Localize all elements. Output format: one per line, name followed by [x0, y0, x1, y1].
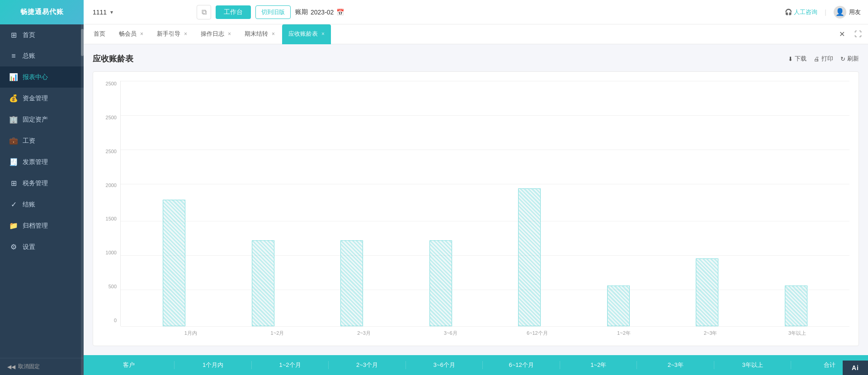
page-content: 应收账龄表 ⬇ 下载 🖨 打印 ↻ 刷新	[84, 44, 868, 355]
sidebar-label-reports: 报表中心	[23, 73, 48, 81]
sidebar-label-settings: 设置	[23, 243, 35, 251]
tab-ar-aging-close[interactable]: ×	[321, 31, 325, 37]
sidebar-item-settings[interactable]: ⚙ 设置	[0, 236, 84, 258]
sidebar-item-salary[interactable]: 💼 工资	[0, 130, 84, 151]
cancel-fixed[interactable]: ◀◀ 取消固定	[0, 358, 84, 375]
salary-icon: 💼	[9, 136, 18, 145]
period-label: 账期	[295, 8, 308, 16]
th-3-6month: 3~6个月	[406, 361, 483, 369]
ai-badge[interactable]: Ai	[843, 361, 868, 375]
page-header: 应收账龄表 ⬇ 下载 🖨 打印 ↻ 刷新	[93, 53, 859, 64]
tab-guide-close[interactable]: ×	[184, 31, 187, 37]
print-icon: 🖨	[814, 56, 820, 62]
tab-home-label: 首页	[94, 30, 105, 38]
print-label: 打印	[821, 55, 833, 63]
assets-icon: 🏢	[9, 115, 18, 124]
tab-oplog[interactable]: 操作日志 ×	[194, 24, 237, 44]
tab-period-end[interactable]: 期末结转 ×	[238, 24, 281, 44]
y-label-1000: 1000	[106, 250, 117, 255]
y-label-500: 500	[108, 284, 117, 289]
main-layout: ⊞ 首页 ≡ 总账 📊 报表中心 💰 资金管理 🏢 固定资产 💼 工资 🧾 发票…	[0, 24, 868, 375]
tab-member[interactable]: 畅会员 ×	[113, 24, 150, 44]
chart-area: 1月内 1~2月 2~3月 3~6月 6~12个月 1~2年 2~3年 3年以上	[120, 81, 849, 337]
content-area: 首页 畅会员 × 新手引导 × 操作日志 × 期末结转 × 应收账龄表 ×	[84, 24, 868, 375]
period-value: 2023-02	[311, 9, 334, 16]
copy-button[interactable]: ⧉	[197, 5, 211, 19]
user-area[interactable]: 👤 用友	[834, 6, 861, 19]
download-label: 下载	[795, 55, 807, 63]
sidebar-scrollbar[interactable]	[81, 24, 84, 375]
sidebar-label-home: 首页	[23, 31, 35, 39]
tax-icon: ⊞	[9, 179, 18, 188]
x-labels: 1月内 1~2月 2~3月 3~6月 6~12个月 1~2年 2~3年 3年以上	[120, 326, 849, 337]
refresh-label: 刷新	[847, 55, 859, 63]
company-selector: 1111 ▾	[93, 9, 192, 16]
tab-oplog-close[interactable]: ×	[228, 31, 231, 37]
bar-group-2	[252, 240, 274, 326]
bar-1-inner	[163, 200, 185, 326]
company-dropdown-btn[interactable]: ▾	[110, 9, 113, 15]
funds-icon: 💰	[9, 94, 18, 103]
sidebar-item-invoice[interactable]: 🧾 发票管理	[0, 151, 84, 173]
tab-guide-label: 新手引导	[157, 30, 180, 38]
tabs-maximize-btn[interactable]: ⛶	[852, 28, 864, 41]
refresh-icon: ↻	[840, 56, 845, 62]
download-button[interactable]: ⬇ 下载	[788, 55, 807, 63]
download-icon: ⬇	[788, 56, 793, 62]
chart-grid	[120, 81, 849, 326]
consult-link[interactable]: 🎧 人工咨询	[785, 8, 817, 16]
tab-period-end-close[interactable]: ×	[272, 31, 275, 37]
refresh-button[interactable]: ↻ 刷新	[840, 55, 859, 63]
x-label-7: 2~3年	[667, 330, 754, 337]
sidebar-item-ledger[interactable]: ≡ 总账	[0, 46, 84, 66]
bar-3-inner	[340, 240, 363, 326]
tab-oplog-label: 操作日志	[201, 30, 224, 38]
sidebar-item-checkout[interactable]: ✓ 结账	[0, 194, 84, 215]
bar-group-5	[518, 188, 541, 326]
headset-icon: 🎧	[785, 9, 792, 15]
logo: 畅捷通易代账	[0, 0, 84, 24]
th-1-2month: 1~2个月	[252, 361, 329, 369]
tab-guide[interactable]: 新手引导 ×	[151, 24, 193, 44]
tabs-close-all-btn[interactable]: ✕	[835, 28, 848, 41]
sidebar-item-archive[interactable]: 📁 归档管理	[0, 215, 84, 236]
y-label-2500-2: 2500	[106, 115, 117, 120]
bar-4-inner	[429, 240, 452, 326]
bar-group-8	[785, 286, 807, 326]
tab-home[interactable]: 首页	[87, 24, 112, 44]
sidebar: ⊞ 首页 ≡ 总账 📊 报表中心 💰 资金管理 🏢 固定资产 💼 工资 🧾 发票…	[0, 24, 84, 375]
print-button[interactable]: 🖨 打印	[814, 55, 833, 63]
sidebar-item-funds[interactable]: 💰 资金管理	[0, 88, 84, 109]
x-label-2: 1~2月	[234, 330, 321, 337]
chart-wrapper: 2500 2500 2500 2000 1500 1000 500 0	[102, 81, 849, 337]
x-label-6: 1~2年	[580, 330, 667, 337]
th-2-3year: 2~3年	[637, 361, 714, 369]
sidebar-label-invoice: 发票管理	[23, 158, 48, 166]
invoice-icon: 🧾	[9, 158, 18, 166]
sidebar-label-tax: 税务管理	[23, 179, 48, 188]
sidebar-item-reports[interactable]: 📊 报表中心	[0, 66, 84, 88]
x-label-1: 1月内	[147, 330, 234, 337]
sidebar-item-home[interactable]: ⊞ 首页	[0, 24, 84, 46]
tabs-actions: ✕ ⛶	[835, 28, 864, 41]
tabs-bar: 首页 畅会员 × 新手引导 × 操作日志 × 期末结转 × 应收账龄表 ×	[84, 24, 868, 44]
sidebar-item-tax[interactable]: ⊞ 税务管理	[0, 173, 84, 194]
period-area: 账期 2023-02 📅	[295, 8, 344, 16]
bar-6-inner	[607, 286, 630, 326]
cancel-fixed-label: 取消固定	[18, 363, 40, 370]
y-label-1500: 1500	[106, 216, 117, 221]
workbench-button[interactable]: 工作台	[216, 5, 251, 19]
ai-badge-label: Ai	[852, 364, 859, 371]
sidebar-item-assets[interactable]: 🏢 固定资产	[0, 109, 84, 130]
tab-member-close[interactable]: ×	[140, 31, 143, 37]
th-3year-plus: 3年以上	[714, 361, 792, 369]
calendar-icon[interactable]: 📅	[336, 9, 344, 16]
bar-group-6	[607, 286, 630, 326]
page-actions: ⬇ 下载 🖨 打印 ↻ 刷新	[788, 55, 859, 63]
reports-icon: 📊	[9, 73, 18, 81]
tab-member-label: 畅会员	[119, 30, 137, 38]
tab-ar-aging[interactable]: 应收账龄表 ×	[282, 24, 331, 44]
user-name: 用友	[849, 8, 861, 16]
bar-group-7	[696, 258, 718, 326]
switch-version-button[interactable]: 切到旧版	[255, 5, 291, 19]
